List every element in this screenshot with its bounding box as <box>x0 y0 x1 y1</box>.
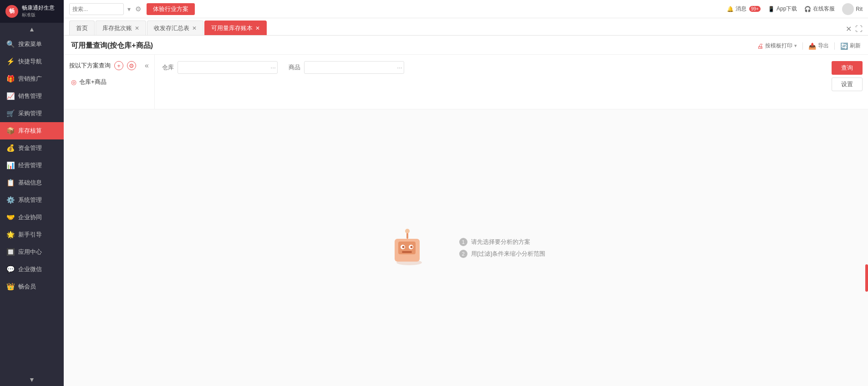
top-bar: ▾ ⚙ 体验行业方案 🔔 消息 99+ 📱 App下载 🎧 在线客服 Rit <box>64 0 868 18</box>
warehouse-filter-group: 仓库 ··· <box>162 61 278 74</box>
sales-icon: 📈 <box>6 92 15 100</box>
query-button[interactable]: 查询 <box>832 61 863 75</box>
sidebar-nav: 🔍 搜索菜单 ⚡ 快捷导航 🎁 营销推广 📈 销售管理 🛒 采购管理 📦 库存核… <box>0 36 64 373</box>
shortcut-icon: ⚡ <box>6 57 15 66</box>
sidebar-item-appcenter[interactable]: 🔲 应用中心 <box>0 243 64 261</box>
sidebar-item-system[interactable]: ⚙️ 系统管理 <box>0 191 64 209</box>
sidebar-item-label: 新手引导 <box>18 231 42 239</box>
app-icon: 🔲 <box>6 248 15 256</box>
scheme-panel-header: 按以下方案查询 + ⚙ « <box>64 59 154 72</box>
page-header: 可用量查询(按仓库+商品) 🖨 按模板打印 ▾ 📤 导出 🔄 刷新 <box>64 36 868 55</box>
refresh-label: 刷新 <box>850 42 861 50</box>
tip-text-2: 用[过滤]条件来缩小分析范围 <box>471 250 545 258</box>
message-badge: 99+ <box>749 6 761 12</box>
sidebar-item-label: 搜索菜单 <box>18 40 42 48</box>
tab-available-ledger[interactable]: 可用量库存账本 ✕ <box>204 21 267 35</box>
message-label: 消息 <box>736 5 746 13</box>
app-download-action[interactable]: 📱 App下载 <box>768 5 797 13</box>
sidebar-item-label: 营销推广 <box>18 75 42 83</box>
svg-point-6 <box>410 246 412 248</box>
message-action[interactable]: 🔔 消息 99+ <box>727 5 761 13</box>
inventory-icon: 📦 <box>6 127 15 135</box>
warehouse-input[interactable] <box>178 61 278 74</box>
tab-available-label: 可用量库存账本 <box>211 24 253 32</box>
sidebar-item-wechat[interactable]: 💬 企业微信 <box>0 261 64 278</box>
dropdown-icon[interactable]: ▾ <box>127 5 131 13</box>
scrollbar-indicator[interactable] <box>865 264 868 292</box>
close-window-icon[interactable]: ✕ <box>846 25 852 33</box>
sidebar-item-label: 企业协同 <box>18 213 42 221</box>
sidebar-item-finance[interactable]: 💰 资金管理 <box>0 139 64 157</box>
online-service-action[interactable]: 🎧 在线客服 <box>804 5 835 13</box>
tip-num-1: 1 <box>459 238 467 246</box>
export-label: 导出 <box>818 42 829 50</box>
export-button[interactable]: 📤 导出 <box>808 42 829 50</box>
sidebar-item-label: 经营管理 <box>18 161 42 170</box>
warehouse-more-btn[interactable]: ··· <box>270 64 276 71</box>
product-more-btn[interactable]: ··· <box>397 64 402 71</box>
product-filter-group: 商品 ··· <box>289 61 404 74</box>
sidebar-item-inventory[interactable]: 📦 库存核算 <box>0 122 64 139</box>
sidebar-item-enterprise[interactable]: 🤝 企业协同 <box>0 209 64 226</box>
settings-icon[interactable]: ⚙ <box>135 5 141 13</box>
product-input-wrap: ··· <box>304 61 404 74</box>
top-search-input[interactable] <box>69 3 124 15</box>
maximize-icon[interactable]: ⛶ <box>855 25 863 33</box>
sidebar-item-sales[interactable]: 📈 销售管理 <box>0 87 64 105</box>
scheme-item-label: 仓库+商品 <box>79 78 107 86</box>
empty-svg <box>386 225 432 266</box>
scheme-item-warehouse-product[interactable]: ◎ 仓库+商品 <box>64 75 154 89</box>
app-info: 畅康通好生意 标准版 <box>22 5 55 18</box>
crown-icon: 👑 <box>6 283 15 291</box>
scheme-title: 按以下方案查询 <box>69 62 111 70</box>
tab-receive-summary[interactable]: 收发存汇总表 ✕ <box>147 21 203 35</box>
settings-button[interactable]: 设置 <box>832 77 863 91</box>
trial-button[interactable]: 体验行业方案 <box>147 3 195 15</box>
sidebar-item-operations[interactable]: 📊 经营管理 <box>0 157 64 174</box>
sidebar-item-member[interactable]: 👑 畅会员 <box>0 278 64 295</box>
sidebar-item-shortcut[interactable]: ⚡ 快捷导航 <box>0 53 64 70</box>
scheme-item-icon: ◎ <box>71 78 76 86</box>
sidebar-item-purchase[interactable]: 🛒 采购管理 <box>0 105 64 122</box>
app-name: 畅康通好生意 <box>22 5 55 12</box>
sidebar-item-label: 应用中心 <box>18 248 42 256</box>
sidebar-item-marketing[interactable]: 🎁 营销推广 <box>0 70 64 87</box>
online-service-label: 在线客服 <box>813 5 835 13</box>
filter-area: 仓库 ··· 商品 ··· <box>155 55 826 109</box>
refresh-icon: 🔄 <box>840 42 848 50</box>
sidebar-item-basic-info[interactable]: 📋 基础信息 <box>0 174 64 191</box>
tab-bar-right: ✕ ⛶ <box>846 25 863 35</box>
user-avatar-action[interactable]: Rit <box>842 3 863 15</box>
collapse-button[interactable]: « <box>145 62 149 70</box>
query-section: 按以下方案查询 + ⚙ « ◎ 仓库+商品 仓库 ·· <box>64 55 868 109</box>
sidebar-scroll-down[interactable]: ▼ <box>0 373 64 386</box>
wechat-icon: 💬 <box>6 265 15 273</box>
tab-batch-account[interactable]: 库存批次账 ✕ <box>96 21 146 35</box>
sidebar-item-newbie[interactable]: 🌟 新手引导 <box>0 226 64 243</box>
svg-rect-8 <box>406 232 408 239</box>
warehouse-input-wrap: ··· <box>178 61 278 74</box>
app-version: 标准版 <box>22 12 55 18</box>
tab-home[interactable]: 首页 <box>69 21 95 35</box>
sidebar-scroll-up[interactable]: ▲ <box>0 23 64 36</box>
empty-tip-2: 2 用[过滤]条件来缩小分析范围 <box>459 250 545 258</box>
product-label: 商品 <box>289 63 300 72</box>
sidebar-item-search[interactable]: 🔍 搜索菜单 <box>0 36 64 53</box>
tab-batch-close[interactable]: ✕ <box>135 25 139 31</box>
config-scheme-button[interactable]: ⚙ <box>127 61 136 70</box>
sidebar-item-label: 快捷导航 <box>18 57 42 66</box>
empty-tip-1: 1 请先选择要分析的方案 <box>459 238 545 246</box>
info-icon: 📋 <box>6 179 15 187</box>
tab-receive-close[interactable]: ✕ <box>192 25 197 31</box>
add-scheme-button[interactable]: + <box>114 61 123 70</box>
headset-icon: 🎧 <box>804 6 811 12</box>
refresh-button[interactable]: 🔄 刷新 <box>840 42 861 50</box>
star-icon: 🌟 <box>6 231 15 239</box>
print-button[interactable]: 🖨 按模板打印 ▾ <box>757 42 797 50</box>
product-input[interactable] <box>304 61 404 74</box>
svg-point-5 <box>402 246 404 248</box>
tip-text-1: 请先选择要分析的方案 <box>471 238 530 246</box>
tip-num-2: 2 <box>459 250 467 258</box>
print-dropdown-icon[interactable]: ▾ <box>794 43 797 49</box>
tab-available-close[interactable]: ✕ <box>255 25 260 31</box>
